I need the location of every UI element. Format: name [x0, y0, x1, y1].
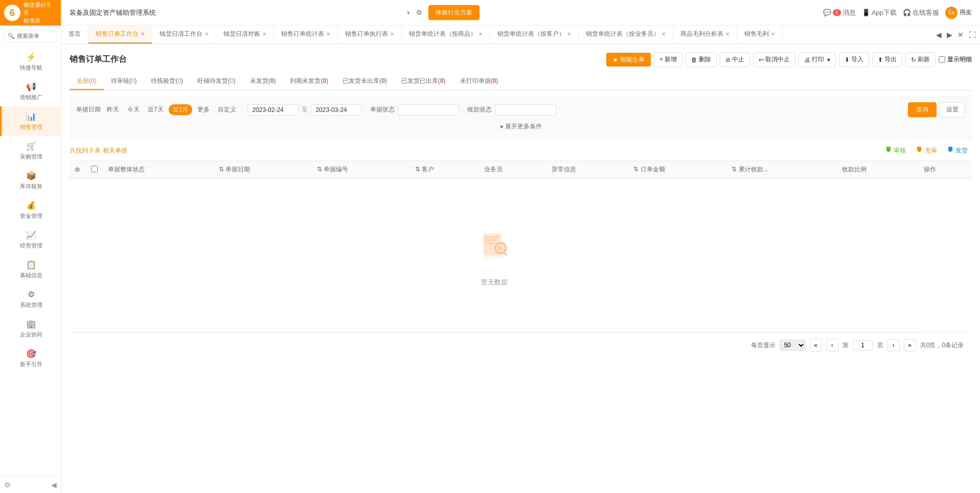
- batch-ship-button[interactable]: ● 发货: [944, 145, 972, 156]
- sidebar-item-enterprise[interactable]: 🏢 企业协同: [0, 314, 61, 344]
- page-header: 销售订单工作台 ★ 智能生单 + 新增 🗑 删除 ⊘ 中止: [70, 52, 972, 67]
- import-button[interactable]: ⬇ 导入: [839, 52, 869, 67]
- date-to-input[interactable]: [311, 104, 362, 116]
- tab-nav-prev[interactable]: ◀: [934, 30, 944, 40]
- date-btn-7days[interactable]: 近7天: [145, 104, 167, 115]
- page-size-select[interactable]: 50 20 100: [780, 340, 806, 351]
- subtab-not-printed[interactable]: 未打印单据(0): [453, 73, 506, 90]
- cancel-stop-button[interactable]: ↩ 取消中止: [753, 52, 795, 67]
- sidebar-item-marketing[interactable]: 📢 营销推广: [0, 77, 61, 106]
- stop-button[interactable]: ⊘ 中止: [720, 52, 750, 67]
- user-menu[interactable]: Ea 用友: [945, 7, 972, 19]
- sort-icon[interactable]: ⇅: [219, 166, 224, 173]
- tab-close-sales-order[interactable]: ✕: [141, 31, 145, 37]
- smart-create-button[interactable]: ★ 智能生单: [606, 53, 651, 66]
- tab-fullscreen[interactable]: ⛶: [967, 30, 978, 40]
- search-menu-button[interactable]: 🔍 搜索菜单: [4, 30, 57, 42]
- sidebar-settings-button[interactable]: ⚙: [4, 481, 11, 489]
- subtab-pending-review[interactable]: 待审核(0): [104, 73, 144, 90]
- subtab-shipped-out[interactable]: 已发货已出库(0): [394, 73, 453, 90]
- tab-close-all[interactable]: ✕: [955, 30, 966, 40]
- sort-icon-2[interactable]: ⇅: [317, 166, 322, 173]
- export-button[interactable]: ⬆ 导出: [872, 52, 902, 67]
- tab-sales-sum-prod[interactable]: 销货单统计表（按商品） ✕: [402, 26, 490, 43]
- subtab-overdue-not-shipped[interactable]: 到期未发货(0): [283, 73, 335, 90]
- industry-solution-button[interactable]: 体验行业方案: [428, 5, 480, 20]
- online-service-button[interactable]: 🎧 在线客服: [903, 8, 939, 17]
- date-btn-today[interactable]: 今天: [124, 104, 143, 115]
- payment-select[interactable]: [495, 104, 556, 116]
- tab-close-sales-stat[interactable]: ✕: [326, 31, 330, 37]
- column-settings-icon[interactable]: ⚙: [75, 166, 80, 173]
- tab-gross-margin[interactable]: 商品毛利分析表 ✕: [673, 26, 737, 43]
- tab-close-cash-daily[interactable]: ✕: [204, 31, 209, 37]
- subtab-wangpu-pending[interactable]: 旺铺待发货(0): [190, 73, 243, 90]
- sort-icon-5[interactable]: ⇅: [732, 166, 737, 173]
- sidebar-item-quick-nav[interactable]: ⚡ 快捷导航: [0, 47, 61, 77]
- date-btn-1month[interactable]: 近1月: [169, 104, 193, 115]
- tab-sales-stat[interactable]: 销售订单统计表 ✕: [274, 26, 338, 43]
- select-all-checkbox[interactable]: [91, 166, 98, 172]
- sort-icon-4[interactable]: ⇅: [633, 166, 639, 173]
- print-button[interactable]: 🖨 打印 ▾: [799, 52, 836, 67]
- sidebar-item-sales[interactable]: 📊 销售管理: [0, 106, 61, 136]
- tab-sales-sum-staff[interactable]: 销货单统计表（按业务员） ✕: [579, 26, 673, 43]
- tab-sales-sum-cust[interactable]: 销货单统计表（按客户） ✕: [490, 26, 579, 43]
- tab-sales-order[interactable]: 销售订单工作台 ✕: [88, 26, 152, 43]
- tab-nav-next[interactable]: ▶: [945, 30, 954, 40]
- app-download-button[interactable]: 📱 App下载: [862, 8, 897, 17]
- tab-close-sales-exec[interactable]: ✕: [390, 31, 394, 37]
- sort-icon-3[interactable]: ⇅: [415, 166, 420, 173]
- sidebar-nav: ⚡ 快捷导航 📢 营销推广 📊 销售管理 🛒 采购管理 📦 库存核算 💰 资金管…: [0, 47, 61, 373]
- tab-close-sales-sum-cust[interactable]: ✕: [567, 31, 571, 37]
- sidebar-item-guide[interactable]: 🎯 新手引导: [0, 344, 61, 373]
- show-detail-checkbox[interactable]: [939, 56, 945, 63]
- tab-close-sales-sum-staff[interactable]: ✕: [662, 31, 666, 37]
- sidebar-item-finance[interactable]: 💰 资金管理: [0, 195, 61, 225]
- logo-icon: 6: [4, 5, 20, 21]
- add-button[interactable]: + 新增: [654, 52, 682, 67]
- tab-close-gross-margin[interactable]: ✕: [725, 31, 730, 37]
- tab-sales-exec[interactable]: 销售订单执行表 ✕: [338, 26, 402, 43]
- tab-close-sales-profit[interactable]: ✕: [771, 31, 775, 37]
- tab-cash-daily[interactable]: 钱货日清工作台 ✕: [152, 26, 216, 43]
- subtab-pending-inspect[interactable]: 待拣验货(0): [144, 73, 190, 90]
- date-btn-custom[interactable]: 自定义: [215, 104, 239, 115]
- settings-filter-button[interactable]: 设置: [940, 102, 965, 117]
- delete-button[interactable]: 🗑 删除: [686, 52, 717, 67]
- pagination-next[interactable]: ›: [887, 339, 900, 351]
- pagination-prev[interactable]: ‹: [826, 339, 838, 351]
- show-detail-checkbox-label[interactable]: 显示明细: [939, 55, 972, 64]
- date-from-input[interactable]: [247, 104, 299, 116]
- sidebar-item-system[interactable]: ⚙ 系统管理: [0, 284, 61, 314]
- sidebar-item-inventory[interactable]: 📦 库存核算: [0, 166, 61, 195]
- status-select[interactable]: [398, 104, 459, 116]
- sidebar-collapse-button[interactable]: ◀: [51, 481, 57, 489]
- subtab-not-shipped[interactable]: 未发货(0): [243, 73, 283, 90]
- message-button[interactable]: 💬 6 消息: [823, 8, 856, 17]
- tab-cash-reconcile[interactable]: 钱货日清对账 ✕: [216, 26, 274, 43]
- date-btn-yesterday[interactable]: 昨天: [104, 104, 122, 115]
- tab-close-sales-sum-prod[interactable]: ✕: [478, 31, 483, 37]
- refresh-button[interactable]: ↻ 刷新: [905, 52, 936, 67]
- basic-info-icon: 📋: [26, 260, 36, 270]
- tab-sales-profit[interactable]: 销售毛利 ✕: [737, 26, 783, 43]
- subtab-shipped-not-out[interactable]: 已发货未出库(0): [335, 73, 394, 90]
- sidebar-item-purchase[interactable]: 🛒 采购管理: [0, 136, 61, 166]
- subtab-all[interactable]: 全部(0): [70, 73, 104, 90]
- pagination-first[interactable]: «: [810, 339, 822, 351]
- topbar-settings-button[interactable]: ⚙: [416, 9, 422, 16]
- query-button[interactable]: 查询: [908, 102, 937, 117]
- sidebar-item-operations[interactable]: 📈 经营管理: [0, 225, 61, 255]
- pagination-last[interactable]: »: [904, 339, 916, 351]
- tab-home[interactable]: 首页: [61, 26, 88, 43]
- page-actions: ★ 智能生单 + 新增 🗑 删除 ⊘ 中止 ↩: [606, 52, 972, 67]
- page-number-input[interactable]: [853, 340, 873, 350]
- tab-close-cash-reconcile[interactable]: ✕: [262, 31, 266, 37]
- sidebar-item-basic-info[interactable]: 📋 基础信息: [0, 255, 61, 284]
- batch-approve-button[interactable]: ● 审核: [882, 145, 910, 156]
- batch-reject-button[interactable]: ● 充审: [913, 145, 941, 156]
- col-status: 单据整体状态: [103, 161, 214, 178]
- date-btn-more[interactable]: 更多: [194, 104, 213, 115]
- filter-expand-button[interactable]: ▾ 展开更多条件: [76, 120, 965, 133]
